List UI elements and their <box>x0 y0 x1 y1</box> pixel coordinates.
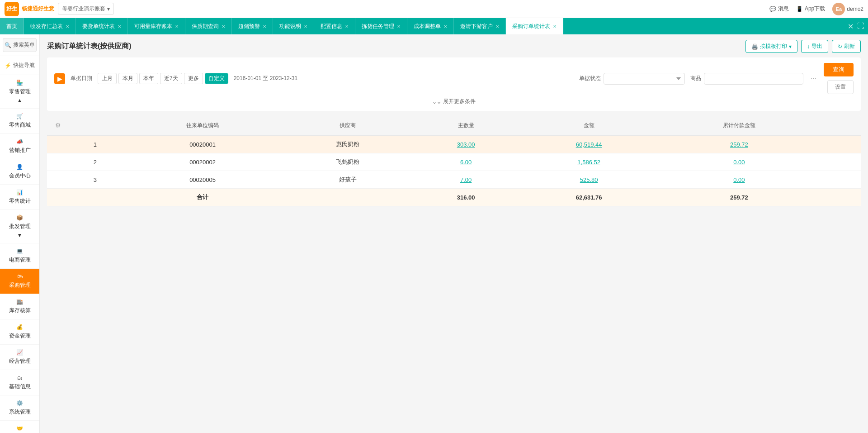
more-filter-dots[interactable]: ··· <box>809 75 818 83</box>
tab-chaochuyujing-close[interactable]: ✕ <box>263 24 266 29</box>
sidebar-item-jichu[interactable]: 🗂 基础信息 <box>0 370 39 395</box>
avatar-text: Ea <box>836 6 842 12</box>
zijin-icon: 💰 <box>16 324 23 330</box>
tab-yaoqingxia-close[interactable]: ✕ <box>495 24 499 29</box>
tab-peizhi-label: 配置信息 <box>321 23 342 30</box>
tab-kexuanliang-close[interactable]: ✕ <box>175 24 179 29</box>
search-button[interactable]: 🔍 搜索英单 <box>3 38 37 52</box>
tab-yaohuo-close[interactable]: ✕ <box>118 24 121 29</box>
cell-amount-1[interactable]: 60,519.44 <box>520 136 658 153</box>
tab-chenben[interactable]: 成本调整单 ✕ <box>407 18 454 34</box>
tab-caigoutongji-close[interactable]: ✕ <box>553 24 557 29</box>
sidebar-item-qiye[interactable]: 🤝 企业协同 <box>0 421 39 433</box>
cell-settings-1 <box>47 136 69 153</box>
message-icon: 💬 <box>769 6 776 12</box>
print-button[interactable]: 🖨️ 按模板打印 ▾ <box>745 40 797 53</box>
tab-chenben-close[interactable]: ✕ <box>443 24 447 29</box>
sidebar-item-lingshou[interactable]: 🏪 零售管理 ▲ <box>0 75 39 109</box>
tab-kexuanliang[interactable]: 可用量库存账本 ✕ <box>128 18 185 34</box>
yingxiao-icon: 📣 <box>16 138 23 145</box>
workspace-label: 母婴行业演示账套 <box>62 5 105 13</box>
sidebar-item-lingshoutongji-label: 零售统计 <box>9 197 31 205</box>
app-download-label: App下载 <box>805 5 825 13</box>
lingshou-icon: 🏪 <box>16 80 23 86</box>
tab-peizhi[interactable]: 配置信息 ✕ <box>314 18 355 34</box>
sidebar-item-lingshoutongji[interactable]: 📊 零售统计 <box>0 185 39 210</box>
cell-qty-2[interactable]: 6.00 <box>412 153 519 171</box>
table-container: ⚙ 往来单位编码 供应商 主数量 金额 累计付款金额 <box>47 115 861 206</box>
status-filter-select[interactable] <box>604 73 685 85</box>
tab-yaoqingxia[interactable]: 邀请下游客户 ✕ <box>454 18 506 34</box>
sidebar-item-yingxiao[interactable]: 📣 营销推广 <box>0 134 39 159</box>
sidebar-item-dianshang[interactable]: 💻 电商管理 <box>0 243 39 269</box>
cell-extra-3 <box>820 171 861 189</box>
tab-kuohuorenwu[interactable]: 拣货任务管理 ✕ <box>355 18 407 34</box>
date-btn-this-year[interactable]: 本年 <box>139 73 158 84</box>
filter-toggle-button[interactable]: ▶ <box>54 73 65 84</box>
export-button[interactable]: ↓ 导出 <box>801 40 828 53</box>
tab-caigoutongji[interactable]: 采购订单统计表 ✕ <box>506 18 563 34</box>
cell-paid-1[interactable]: 259.72 <box>658 136 821 153</box>
expand-label: 展开更多条件 <box>443 98 476 105</box>
tab-peizhi-close[interactable]: ✕ <box>345 24 349 29</box>
date-custom-badge[interactable]: 自定义 <box>205 73 228 84</box>
date-btn-more[interactable]: 更多 <box>184 73 203 84</box>
tab-shoufahu-close[interactable]: ✕ <box>66 24 69 29</box>
tab-gongneng-close[interactable]: ✕ <box>304 24 307 29</box>
refresh-button[interactable]: ↻ 刷新 <box>832 40 861 53</box>
tab-shoufahu[interactable]: 收发存汇总表 ✕ <box>24 18 76 34</box>
tab-kuohuorenwu-close[interactable]: ✕ <box>397 24 401 29</box>
logo-area: 好生 畅捷通好生意 <box>5 2 54 16</box>
query-button[interactable]: 查询 <box>824 63 854 76</box>
expand-more-button[interactable]: ⌄⌄ 展开更多条件 <box>432 98 476 105</box>
tab-baozhiqi[interactable]: 保质期查询 ✕ <box>185 18 232 34</box>
sidebar-item-pifa[interactable]: 📦 批发管理 ▼ <box>0 210 39 243</box>
cell-qty-3[interactable]: 7.00 <box>412 171 519 189</box>
table-row: 2 00020002 飞鹤奶粉 6.00 1,586.52 0.00 <box>47 153 861 171</box>
sidebar-item-caigou[interactable]: 🛍 采购管理 <box>0 269 39 294</box>
search-icon: 🔍 <box>5 42 11 48</box>
tab-baozhiqi-close[interactable]: ✕ <box>222 24 225 29</box>
nav-maximize-icon[interactable]: ⛶ <box>857 22 864 30</box>
cell-qty-1[interactable]: 303.00 <box>412 136 519 153</box>
sidebar-item-zijin[interactable]: 💰 资金管理 <box>0 319 39 345</box>
jingying-icon: 📈 <box>16 349 23 356</box>
table-footer-row: 合计 316.00 62,631.76 259.72 <box>47 189 861 206</box>
goods-filter-input[interactable] <box>704 73 803 85</box>
tab-chaochuyujing[interactable]: 超储预警 ✕ <box>232 18 273 34</box>
page-title: 采购订单统计表(按供应商) <box>47 42 132 51</box>
tab-home[interactable]: 首页 <box>0 18 24 34</box>
page-header: 采购订单统计表(按供应商) 🖨️ 按模板打印 ▾ ↓ 导出 ↻ 刷新 <box>47 40 861 53</box>
refresh-label: 刷新 <box>844 43 855 50</box>
footer-num <box>69 189 122 206</box>
cell-amount-2[interactable]: 1,586.52 <box>520 153 658 171</box>
date-btn-7days[interactable]: 近7天 <box>160 73 182 84</box>
sidebar-item-xitong[interactable]: ⚙️ 系统管理 <box>0 395 39 421</box>
tab-yaohuo[interactable]: 要货单统计表 ✕ <box>76 18 128 34</box>
footer-supplier <box>283 189 412 206</box>
tab-gongneng[interactable]: 功能说明 ✕ <box>273 18 314 34</box>
messages-action[interactable]: 💬 消息 <box>769 5 789 13</box>
username: demo2 <box>847 6 863 12</box>
sidebar-item-huiyuan[interactable]: 👤 会员中心 <box>0 159 39 185</box>
cell-amount-3[interactable]: 525.80 <box>520 171 658 189</box>
refresh-icon: ↻ <box>838 43 842 50</box>
date-btn-last-month[interactable]: 上月 <box>98 73 117 84</box>
nav-close-all-icon[interactable]: ✕ <box>848 22 854 31</box>
app-download-action[interactable]: 📱 App下载 <box>796 5 825 13</box>
sidebar-item-jingying[interactable]: 📈 经营管理 <box>0 345 39 370</box>
cell-paid-2[interactable]: 0.00 <box>658 153 821 171</box>
cell-paid-3[interactable]: 0.00 <box>658 171 821 189</box>
table-body: 1 00020001 惠氏奶粉 303.00 60,519.44 259.72 … <box>47 136 861 189</box>
sidebar-item-kucun[interactable]: 🏬 库存核算 <box>0 294 39 319</box>
cell-settings-3 <box>47 171 69 189</box>
column-settings-button[interactable]: ⚙ <box>52 120 63 131</box>
workspace-selector[interactable]: 母婴行业演示账套 ▾ <box>58 3 114 15</box>
cell-num-3: 3 <box>69 171 122 189</box>
settings-button[interactable]: 设置 <box>827 80 854 94</box>
sidebar-item-lingshoushangcheng[interactable]: 🛒 零售商城 <box>0 109 39 134</box>
date-btn-this-month[interactable]: 本月 <box>118 73 137 84</box>
user-profile[interactable]: Ea demo2 <box>832 3 863 15</box>
date-buttons: 上月 本月 本年 近7天 更多 自定义 <box>98 73 228 84</box>
quick-nav-button[interactable]: ⚡ 快捷导航 <box>3 59 37 72</box>
